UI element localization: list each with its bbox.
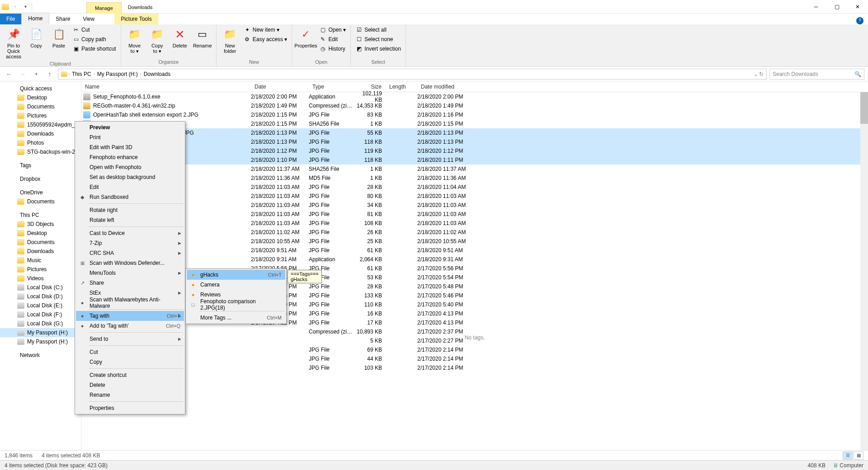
scrollbar[interactable] — [860, 92, 868, 450]
edit-button[interactable]: ✎Edit — [317, 35, 348, 44]
copy-path-button[interactable]: ▭Copy path — [71, 35, 118, 44]
tab-share[interactable]: Share — [49, 14, 76, 24]
new-item-button[interactable]: ✦New item ▾ — [242, 25, 289, 34]
file-row[interactable]: iQJPG File44 KB2/17/2020 2:14 PM — [81, 354, 868, 363]
menu-item[interactable]: Send to▶ — [76, 334, 184, 344]
col-length[interactable]: Length — [386, 84, 417, 90]
col-date[interactable]: Date — [251, 84, 309, 90]
nav-item[interactable]: Documents — [0, 102, 81, 111]
menu-item[interactable]: Copy — [76, 357, 184, 367]
nav-item[interactable]: Dropbox — [0, 174, 81, 183]
nav-item[interactable]: Pictures — [0, 265, 81, 274]
col-name[interactable]: Name — [81, 84, 251, 90]
menu-item[interactable]: More Tags ...Ctrl+M — [187, 313, 285, 323]
menu-item[interactable]: ●Add to 'Tag with'Ctrl+Q — [76, 321, 184, 331]
properties-button[interactable]: ✓Properties — [295, 25, 316, 50]
menu-item[interactable]: ●Tag withCtrl+T▶ — [76, 311, 184, 321]
nav-item[interactable]: 3D Objects — [0, 220, 81, 229]
file-row[interactable]: Ch enHashTab shell ext...2/18/2020 1:10 … — [81, 155, 868, 164]
icons-view-button[interactable]: ▦ — [854, 451, 863, 460]
menu-item[interactable]: Delete — [76, 380, 184, 390]
file-row[interactable]: OpenHashTab shell extension export.JPG2/… — [81, 128, 868, 137]
col-type[interactable]: Type — [309, 84, 354, 90]
file-row[interactable]: Re2/18/2020 11:02 AMJPG File26 KB2/18/20… — [81, 228, 868, 237]
pin-quick-access-button[interactable]: 📌Pin to Quick access — [3, 25, 24, 61]
nav-item[interactable]: Downloads — [0, 129, 81, 138]
nav-item[interactable]: Local Disk (C:) — [0, 283, 81, 292]
invert-selection-button[interactable]: ◩Invert selection — [354, 44, 403, 53]
file-row[interactable]: OpenHashTab shell extension.JPG2/18/2020… — [81, 146, 868, 155]
file-row[interactable]: OpenHashTab shell extension export 2.JPG… — [81, 110, 868, 119]
file-row[interactable]: iQJPG File103 KB2/17/2020 2:14 PM — [81, 363, 868, 372]
file-row[interactable]: Re2/18/2020 11:03 AMJPG File28 KB2/18/20… — [81, 183, 868, 192]
file-row[interactable]: Re2/18/2020 11:03 AMJPG File80 KB2/18/20… — [81, 192, 868, 201]
tab-home[interactable]: Home — [21, 13, 49, 24]
nav-item[interactable]: 1550595924wpdm_V — [0, 120, 81, 129]
file-row[interactable]: iQJPG File69 KB2/17/2020 2:14 PM — [81, 345, 868, 354]
qat-dropdown[interactable]: ▾ — [22, 3, 29, 10]
menu-item[interactable]: MenuTools▶ — [76, 268, 184, 278]
new-folder-button[interactable]: 📁New folder — [219, 25, 241, 56]
nav-item[interactable]: Desktop — [0, 93, 81, 102]
history-button[interactable]: ◷History — [317, 44, 348, 53]
paste-button[interactable]: 📋Paste — [48, 25, 70, 50]
help-icon[interactable]: ? — [856, 17, 863, 24]
delete-button[interactable]: ✕Delete — [169, 25, 191, 50]
menu-item[interactable]: Edit with Paint 3D — [76, 142, 184, 152]
menu-item[interactable]: ◆Run Sandboxed — [76, 192, 184, 202]
file-row[interactable]: ar2/18/2020 11:37 AMSHA256 File1 KB2/18/… — [81, 164, 868, 174]
forward-button[interactable]: → — [17, 69, 28, 80]
nav-item[interactable]: STG-backups-win-2 — [0, 147, 81, 156]
up-button[interactable]: ↑ — [44, 69, 55, 80]
nav-item[interactable]: Local Disk (E:) — [0, 301, 81, 310]
refresh-icon[interactable]: ↻ — [759, 71, 764, 77]
cut-button[interactable]: ✂Cut — [71, 25, 118, 34]
col-size[interactable]: Size — [354, 84, 386, 90]
nav-item[interactable]: My Passport (H:) — [0, 337, 81, 346]
close-button[interactable]: ✕ — [847, 0, 868, 14]
menu-item[interactable]: Print — [76, 132, 184, 142]
nav-item[interactable]: Local Disk (G:) — [0, 319, 81, 328]
nav-item[interactable]: Local Disk (F:) — [0, 310, 81, 319]
breadcrumb[interactable]: › This PC› My Passport (H:)› Downloads ⌄… — [58, 69, 767, 80]
nav-item[interactable]: Desktop — [0, 229, 81, 238]
maximize-button[interactable]: ▢ — [826, 0, 847, 14]
rename-button[interactable]: ▭Rename — [192, 25, 213, 50]
menu-item[interactable]: Rotate left — [76, 215, 184, 225]
tab-view[interactable]: View — [76, 14, 101, 24]
nav-item[interactable]: Documents — [0, 238, 81, 247]
nav-item[interactable]: Photos — [0, 138, 81, 147]
menu-item[interactable]: Rename — [76, 390, 184, 400]
addr-dropdown-icon[interactable]: ⌄ — [754, 71, 758, 77]
file-row[interactable]: art2/18/2020 9:51 AMJPG File61 KB2/18/20… — [81, 246, 868, 255]
nav-item[interactable]: OneDrive — [0, 188, 81, 197]
menu-item[interactable]: ↗Share — [76, 278, 184, 288]
select-none-button[interactable]: ☐Select none — [354, 35, 403, 44]
menu-item[interactable]: CRC SHA▶ — [76, 248, 184, 258]
paste-shortcut-button[interactable]: ▣Paste shortcut — [71, 44, 118, 53]
menu-item[interactable]: Set as desktop background — [76, 172, 184, 182]
tab-file[interactable]: File — [0, 14, 21, 24]
file-row[interactable]: Re2/18/2020 11:03 AMJPG File81 KB2/18/20… — [81, 210, 868, 219]
copy-button[interactable]: 📄Copy — [25, 25, 47, 50]
file-row[interactable]: Re2/18/2020 11:03 AMJPG File108 KB2/18/2… — [81, 219, 868, 228]
scrollthumb[interactable] — [860, 92, 868, 124]
file-row[interactable]: Re2/18/2020 11:03 AMJPG File34 KB2/18/20… — [81, 201, 868, 210]
nav-item[interactable]: Network — [0, 351, 81, 360]
menu-item[interactable]: □Fenophoto comparison 2.JPG(18) — [187, 300, 285, 310]
easy-access-button[interactable]: ⚙Easy access ▾ — [242, 35, 289, 44]
menu-item[interactable]: ●Scan with Malwarebytes Anti-Malware — [76, 298, 184, 308]
details-view-button[interactable]: ☰ — [843, 451, 853, 460]
menu-item[interactable]: Preview — [76, 122, 184, 132]
menu-item[interactable]: Edit — [76, 182, 184, 192]
menu-item[interactable]: Properties — [76, 403, 184, 413]
column-headers[interactable]: Name Date Type Size Length Date modified — [81, 81, 868, 92]
nav-item[interactable]: Tags — [0, 161, 81, 170]
nav-item[interactable]: This PC — [0, 211, 81, 220]
nav-item[interactable]: Quick access — [0, 84, 81, 93]
menu-item[interactable]: Fenophoto enhance — [76, 152, 184, 162]
file-row[interactable]: Op2/18/2020 9:31 AMApplication2,064 KB2/… — [81, 255, 868, 264]
context-menu[interactable]: PreviewPrintEdit with Paint 3DFenophoto … — [75, 121, 185, 414]
copy-to-button[interactable]: 📁Copy to ▾ — [146, 25, 168, 56]
file-row[interactable]: OpenHashTab shell extension 2.JPG2/18/20… — [81, 137, 868, 146]
